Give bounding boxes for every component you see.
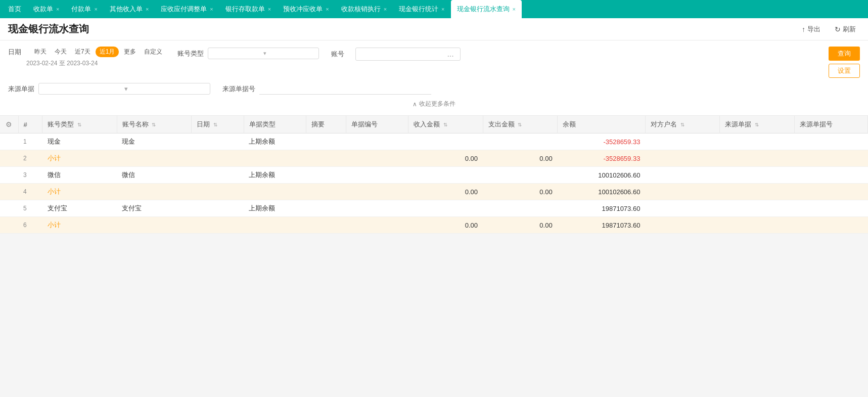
- nav-tab-home[interactable]: 首页: [2, 0, 27, 18]
- nav-tab-bank-flow[interactable]: 现金银行流水查询 ×: [451, 0, 522, 18]
- sort-income-icon: ⇅: [443, 122, 447, 127]
- cell-doc-no-0: [346, 134, 408, 150]
- col-doc-no: 单据编号: [346, 116, 408, 134]
- cell-account-type-5: 小计: [42, 217, 117, 234]
- cell-income-4: [408, 200, 483, 217]
- close-ar-ap-adjust-icon[interactable]: ×: [210, 6, 213, 12]
- source-doc-select[interactable]: ▾: [38, 83, 210, 95]
- cell-account-name-4: 支付宝: [117, 200, 192, 217]
- table-body: 1 现金 现金 上期余额 -3528659.33 2 小计 0.00 0.00 …: [0, 134, 868, 234]
- cell-date-5: [192, 217, 244, 234]
- source-doc-label: 来源单据: [8, 84, 34, 94]
- cell-doc-no-5: [346, 217, 408, 234]
- close-bank-flow-icon[interactable]: ×: [513, 6, 516, 12]
- date-btn-today[interactable]: 今天: [52, 47, 70, 57]
- close-payments-icon[interactable]: ×: [94, 6, 97, 12]
- account-type-select[interactable]: ▾: [208, 48, 319, 59]
- source-doc-value: [43, 85, 124, 93]
- nav-tab-payments[interactable]: 付款单 ×: [65, 0, 103, 18]
- nav-tab-bank-deposit[interactable]: 银行存取款单 ×: [219, 0, 277, 18]
- cell-seq-3: 4: [18, 184, 42, 200]
- cell-summary-2: [306, 167, 346, 184]
- col-expense[interactable]: 支出金额 ⇅: [483, 116, 558, 134]
- account-input[interactable]: [360, 51, 445, 58]
- sort-date-icon: ⇅: [213, 122, 217, 127]
- col-gear[interactable]: ⚙: [0, 116, 18, 134]
- collapse-bar[interactable]: ∧ 收起更多条件: [8, 98, 860, 111]
- collapse-label: 收起更多条件: [419, 100, 455, 108]
- cell-source-doc-no-4: [795, 200, 868, 217]
- col-date[interactable]: 日期 ⇅: [192, 116, 244, 134]
- cell-account-name-3: [117, 184, 192, 200]
- date-btn-more[interactable]: 更多: [121, 47, 139, 57]
- col-account-name[interactable]: 账号名称 ⇅: [117, 116, 192, 134]
- page-title: 现金银行流水查询: [8, 22, 89, 36]
- date-btn-custom[interactable]: 自定义: [141, 47, 165, 57]
- cell-balance-4: 19871073.60: [558, 200, 646, 217]
- col-counterpart[interactable]: 对方户名 ⇅: [645, 116, 720, 134]
- cell-income-2: [408, 167, 483, 184]
- date-shortcuts: 昨天 今天 近7天 近1月 更多 自定义: [31, 47, 165, 57]
- close-receipts-icon[interactable]: ×: [56, 6, 59, 12]
- col-source-doc[interactable]: 来源单据 ⇅: [720, 116, 795, 134]
- close-bank-stats-icon[interactable]: ×: [441, 6, 444, 12]
- cell-account-type-3: 小计: [42, 184, 117, 200]
- cell-seq-1: 2: [18, 150, 42, 167]
- close-receipt-verify-icon[interactable]: ×: [384, 6, 387, 12]
- nav-tab-bank-deposit-label: 银行存取款单: [225, 5, 265, 14]
- cell-account-type-4: 支付宝: [42, 200, 117, 217]
- cell-income-3: 0.00: [408, 184, 483, 200]
- sort-counterpart-icon: ⇅: [680, 122, 684, 127]
- cell-seq-5: 6: [18, 217, 42, 234]
- table-row: 1 现金 现金 上期余额 -3528659.33: [0, 134, 868, 150]
- cell-account-type-2: 微信: [42, 167, 117, 184]
- cell-date-4: [192, 200, 244, 217]
- account-dots[interactable]: ...: [445, 50, 455, 59]
- export-button[interactable]: ↑ 导出: [798, 23, 825, 36]
- refresh-button[interactable]: ↻ 刷新: [831, 23, 860, 36]
- account-type-label: 账号类型: [177, 49, 204, 58]
- source-doc-no-input[interactable]: [260, 85, 430, 93]
- date-btn-1month[interactable]: 近1月: [96, 47, 119, 57]
- nav-tab-bank-stats[interactable]: 现金银行统计 ×: [393, 0, 450, 18]
- gear-icon[interactable]: ⚙: [6, 120, 12, 128]
- close-bank-deposit-icon[interactable]: ×: [268, 6, 271, 12]
- close-prepay-flush-icon[interactable]: ×: [326, 6, 329, 12]
- nav-tab-receipt-verify[interactable]: 收款核销执行 ×: [335, 0, 393, 18]
- query-button[interactable]: 查询: [829, 47, 860, 61]
- col-source-doc-no: 来源单据号: [795, 116, 868, 134]
- cell-source-doc-no-0: [795, 134, 868, 150]
- close-other-income-icon[interactable]: ×: [146, 6, 149, 12]
- nav-tab-prepay-flush[interactable]: 预收冲应收单 ×: [277, 0, 335, 18]
- cell-doc-no-2: [346, 167, 408, 184]
- table-header-row: ⚙ # 账号类型 ⇅ 账号名称 ⇅ 日期 ⇅ 单据类型 摘要 单据编号: [0, 116, 868, 134]
- settings-button[interactable]: 设置: [829, 64, 860, 78]
- cell-expense-1: 0.00: [483, 150, 558, 167]
- data-table: ⚙ # 账号类型 ⇅ 账号名称 ⇅ 日期 ⇅ 单据类型 摘要 单据编号: [0, 116, 868, 234]
- nav-tab-ar-ap-adjust[interactable]: 应收应付调整单 ×: [155, 0, 219, 18]
- cell-counterpart-2: [645, 167, 720, 184]
- cell-source-doc-1: [720, 150, 795, 167]
- col-seq: #: [18, 116, 42, 134]
- cell-balance-1: -3528659.33: [558, 150, 646, 167]
- cell-counterpart-5: [645, 217, 720, 234]
- cell-source-doc-no-2: [795, 167, 868, 184]
- nav-tab-receipts[interactable]: 收款单 ×: [27, 0, 65, 18]
- cell-doc-type-3: [244, 184, 306, 200]
- col-income[interactable]: 收入金额 ⇅: [408, 116, 483, 134]
- date-btn-yesterday[interactable]: 昨天: [31, 47, 50, 57]
- cell-account-type-0: 现金: [42, 134, 117, 150]
- cell-doc-no-4: [346, 200, 408, 217]
- nav-tab-other-income[interactable]: 其他收入单 ×: [104, 0, 155, 18]
- date-btn-7days[interactable]: 近7天: [72, 47, 94, 57]
- cell-doc-type-4: 上期余额: [244, 200, 306, 217]
- nav-tab-payments-label: 付款单: [71, 5, 91, 14]
- cell-expense-0: [483, 134, 558, 150]
- cell-account-name-5: [117, 217, 192, 234]
- col-account-type[interactable]: 账号类型 ⇅: [42, 116, 117, 134]
- cell-gear-4: [0, 200, 18, 217]
- cell-doc-type-0: 上期余额: [244, 134, 306, 150]
- cell-date-2: [192, 167, 244, 184]
- cell-income-5: 0.00: [408, 217, 483, 234]
- cell-summary-3: [306, 184, 346, 200]
